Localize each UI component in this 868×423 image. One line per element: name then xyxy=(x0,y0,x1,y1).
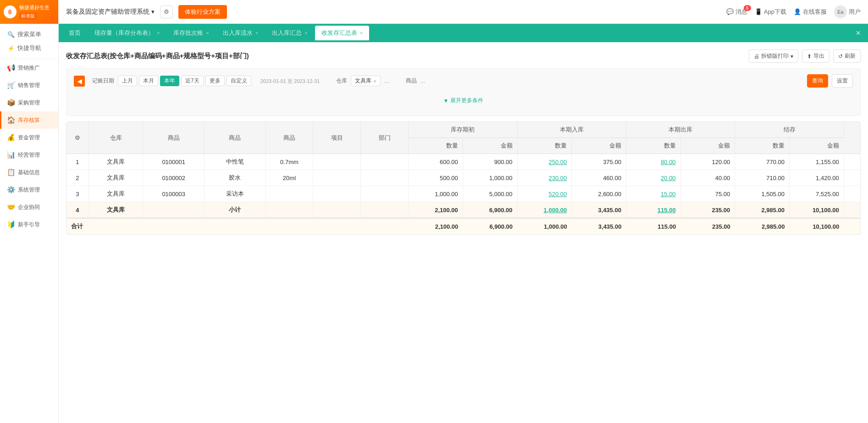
total-init-amt: 6,900.00 xyxy=(463,218,517,234)
tab-inventory-dist-close[interactable]: × xyxy=(157,30,160,36)
row1-bal-amt: 1,155.00 xyxy=(790,154,844,170)
subtotal-out-amt: 235.00 xyxy=(680,202,735,219)
row1-out-amt: 120.00 xyxy=(680,154,735,170)
tab-batch[interactable]: 库存批次账 × xyxy=(167,26,215,40)
subtotal-in-qty[interactable]: 1,000.00 xyxy=(517,202,572,219)
tab-recv-summary[interactable]: 收发存汇总表 × xyxy=(315,26,369,40)
row2-in-qty[interactable]: 230.00 xyxy=(517,170,572,186)
sidebar-item-collab[interactable]: 🤝 企业协同 xyxy=(0,198,58,216)
tab-inventory-dist[interactable]: 现存量（库存分布表） × xyxy=(88,26,166,40)
app-download-action[interactable]: 📱 App下载 xyxy=(755,8,786,16)
sidebar-item-marketing[interactable]: 📢 营销推广 xyxy=(0,59,58,77)
date-custom[interactable]: 自定义 xyxy=(227,76,251,86)
sidebar-item-system[interactable]: ⚙️ 系统管理 xyxy=(0,181,58,198)
export-button[interactable]: ⬆ 导出 xyxy=(802,49,829,63)
message-badge: 6 xyxy=(744,5,751,11)
trial-button[interactable]: 体验行业方案 xyxy=(178,5,227,19)
row3-no: 3 xyxy=(66,186,88,202)
tab-batch-close[interactable]: × xyxy=(206,30,209,36)
date-last-month[interactable]: 上月 xyxy=(118,76,137,86)
sales-icon: 🛒 xyxy=(7,81,15,89)
row1-code: 0100001 xyxy=(143,154,205,170)
row3-init-amt: 5,000.00 xyxy=(463,186,517,202)
quick-nav-item[interactable]: ⚡ 快捷导航 xyxy=(4,41,55,55)
quick-nav-label: 快捷导航 xyxy=(17,44,41,52)
sidebar-item-base[interactable]: 📋 基础信息 xyxy=(0,164,58,181)
tab-bar: 首页 现存量（库存分布表） × 库存批次账 × 出入库流水 × 出入库汇总 × … xyxy=(59,24,868,42)
goods-filter-label: 商品 xyxy=(406,77,417,85)
sidebar-item-sales[interactable]: 🛒 销售管理 xyxy=(0,77,58,94)
tab-flow[interactable]: 出入库流水 × xyxy=(216,26,265,40)
filter-collapse-button[interactable]: ◀ xyxy=(74,76,85,87)
date-this-month[interactable]: 本月 xyxy=(139,76,158,86)
settings-filter-button[interactable]: 设置 xyxy=(832,74,853,88)
row2-in-amt: 460.00 xyxy=(572,170,626,186)
refresh-button[interactable]: ↺ 刷新 xyxy=(833,49,861,63)
subtotal-spec xyxy=(265,202,313,219)
sidebar-item-purchase[interactable]: 📦 采购管理 xyxy=(0,94,58,111)
date-this-year[interactable]: 本年 xyxy=(160,76,179,86)
search-menu-item[interactable]: 🔍 搜索菜单 xyxy=(4,27,55,41)
close-all-tabs-button[interactable]: × xyxy=(852,27,864,40)
row3-name: 采访本 xyxy=(204,186,265,202)
date-more[interactable]: 更多 xyxy=(205,76,225,86)
logo-icon: 6 xyxy=(4,5,17,18)
sidebar-logo: 6 畅捷通好生意 标准版 xyxy=(0,0,58,24)
settings-label: 设置 xyxy=(837,77,848,85)
query-button[interactable]: 查询 xyxy=(807,74,828,88)
system-selector[interactable]: 装备及固定资产辅助管理系统 ▾ xyxy=(66,8,155,16)
row2-warehouse: 文具库 xyxy=(88,170,143,186)
row3-in-qty[interactable]: 520.00 xyxy=(517,186,572,202)
tab-in-out-summary-close[interactable]: × xyxy=(304,30,307,36)
row1-in-amt: 375.00 xyxy=(572,154,626,170)
print-icon: 🖨 xyxy=(754,53,759,60)
table-body: 1 文具库 0100001 中性笔 0.7mm 600.00 900.00 25… xyxy=(66,154,860,219)
tab-flow-label: 出入库流水 xyxy=(223,29,253,37)
goods-more-button[interactable]: ... xyxy=(420,77,426,84)
col-dept-header: 部门 xyxy=(361,122,409,154)
col-settings-header[interactable]: ⚙ xyxy=(66,122,88,154)
row2-spec: 20ml xyxy=(265,170,313,186)
print-button[interactable]: 🖨 拆锁版打印 ▾ xyxy=(749,49,798,63)
refresh-icon: ↺ xyxy=(838,53,843,60)
table-header-row-1: ⚙ 仓库 商品 商品 商品 项目 部门 库存期初 本期入库 本期出库 xyxy=(66,122,860,138)
subtotal-name: 小计 xyxy=(204,202,265,219)
row1-no: 1 xyxy=(66,154,88,170)
settings-col-icon: ⚙ xyxy=(75,134,80,141)
row2-dept xyxy=(361,170,409,186)
warehouse-remove-button[interactable]: × xyxy=(373,78,376,84)
expand-conditions-button[interactable]: ▼ 展开更多条件 xyxy=(443,95,484,106)
tab-recv-summary-close[interactable]: × xyxy=(360,30,363,36)
sidebar-item-guide[interactable]: 🔰 新手引导 xyxy=(0,216,58,233)
user-action[interactable]: Ea 用户 xyxy=(834,5,861,18)
tab-in-out-summary[interactable]: 出入库汇总 × xyxy=(265,26,314,40)
purchase-label: 采购管理 xyxy=(18,99,40,107)
row1-out-qty[interactable]: 80.00 xyxy=(626,154,680,170)
logo-text: 畅捷通好生意 标准版 xyxy=(19,4,50,19)
message-action[interactable]: 💬 消息 6 xyxy=(726,8,747,16)
subtotal-warehouse: 文具库 xyxy=(88,202,143,219)
date-7days[interactable]: 近7天 xyxy=(181,76,204,86)
sidebar-item-finance[interactable]: 💰 资金管理 xyxy=(0,129,58,146)
online-service-label: 在线客服 xyxy=(803,8,827,16)
sidebar-nav: 📢 营销推广 🛒 销售管理 📦 采购管理 🏠 库存核算 💰 资金管理 📊 经营管… xyxy=(0,59,58,423)
row1-in-qty[interactable]: 250.00 xyxy=(517,154,572,170)
settings-button[interactable]: ⚙ xyxy=(160,5,173,18)
sidebar-item-inventory[interactable]: 🏠 库存核算 xyxy=(0,111,58,129)
row3-out-qty[interactable]: 15.00 xyxy=(626,186,680,202)
sidebar-item-business[interactable]: 📊 经营管理 xyxy=(0,146,58,164)
row2-out-qty[interactable]: 20.00 xyxy=(626,170,680,186)
tab-home[interactable]: 首页 xyxy=(62,26,87,40)
online-service-action[interactable]: 👤 在线客服 xyxy=(794,8,827,16)
print-label: 拆锁版打印 xyxy=(761,52,789,60)
row2-init-qty: 500.00 xyxy=(409,170,463,186)
subtotal-bal-qty: 2,985.00 xyxy=(735,202,790,219)
warehouse-more-button[interactable]: ... xyxy=(384,77,389,84)
row3-bal-amt: 7,525.00 xyxy=(790,186,844,202)
subtotal-out-qty[interactable]: 115.00 xyxy=(626,202,680,219)
warehouse-tag: 文具库 × xyxy=(351,76,380,86)
warehouse-filter-group: 仓库 文具库 × ... xyxy=(336,76,389,86)
tab-flow-close[interactable]: × xyxy=(255,30,258,36)
subtotal-project xyxy=(313,202,361,219)
tab-inventory-dist-label: 现存量（库存分布表） xyxy=(94,29,154,37)
